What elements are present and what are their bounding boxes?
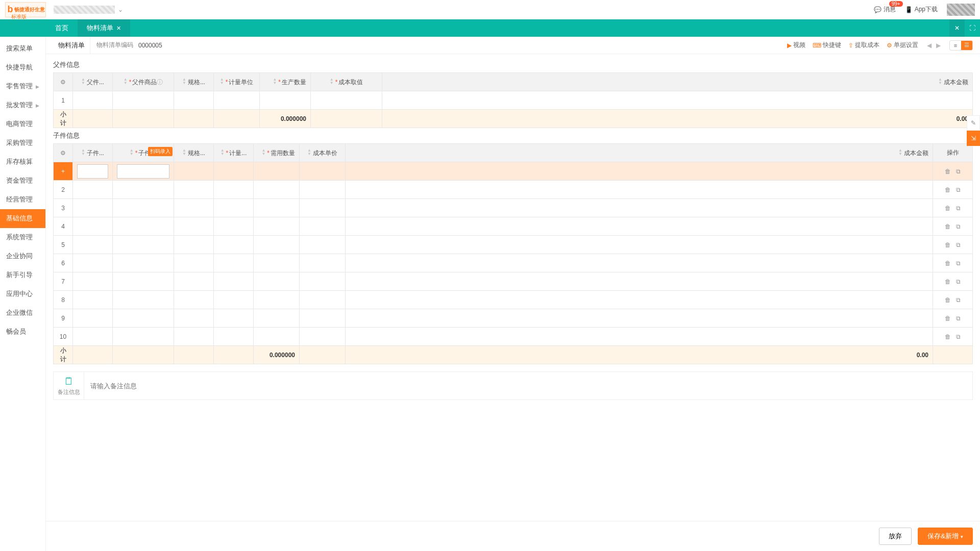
add-icon[interactable]: +	[59, 167, 68, 176]
extract-icon: ⇪	[848, 42, 853, 49]
col-child-amount[interactable]: ▲▼成本金额	[346, 144, 933, 162]
child-row[interactable]: 6🗑⧉	[54, 254, 973, 272]
avatar[interactable]	[947, 4, 975, 16]
child-row[interactable]: 3🗑⧉	[54, 199, 973, 217]
parent-row-1[interactable]: 1	[54, 91, 973, 110]
child-row[interactable]: 9🗑⧉	[54, 309, 973, 328]
top-bar: b 畅捷通好生意 标准版 💬 消息 99+ 📱 App下载	[0, 0, 980, 19]
download-label: App下载	[915, 5, 938, 14]
phone-icon: 📱	[905, 6, 913, 13]
parent-table: ⚙ ▲▼父件... ▲▼*父件商品ⓘ ▲▼规格... ▲▼*计量单位 ▲▼*生产…	[53, 72, 973, 128]
col-parent-spec[interactable]: ▲▼规格...	[174, 73, 214, 91]
hotkey-link[interactable]: ⌨快捷键	[813, 41, 841, 49]
col-parent-cost[interactable]: ▲▼*成本取值	[311, 73, 382, 91]
sidebar-item[interactable]: 采购管理	[0, 134, 45, 153]
next-record[interactable]: ▶	[935, 42, 942, 49]
col-parent-amount[interactable]: ▲▼成本金额	[382, 73, 973, 91]
col-parent-code[interactable]: ▲▼父件...	[73, 73, 113, 91]
sidebar-item[interactable]: 资金管理	[0, 171, 45, 190]
col-child-product[interactable]: ▲▼*子件商扫码录入	[113, 144, 174, 162]
main-tab-bar: 首页 物料清单✕ ✕ ⛶	[0, 19, 980, 37]
remark-label: 🗒 备注信息	[54, 372, 84, 399]
note-icon: 🗒	[64, 375, 74, 387]
copy-icon[interactable]: ⧉	[956, 241, 961, 248]
child-product-input[interactable]	[117, 164, 169, 179]
delete-icon[interactable]: 🗑	[945, 241, 951, 248]
app-download-link[interactable]: 📱 App下载	[905, 5, 938, 14]
sidebar-item[interactable]: 企业协同	[0, 247, 45, 266]
fullscreen-icon[interactable]: ⛶	[965, 19, 980, 37]
close-all-tabs[interactable]: ✕	[949, 19, 965, 37]
child-row[interactable]: 5🗑⧉	[54, 236, 973, 254]
delete-icon[interactable]: 🗑	[945, 315, 951, 322]
video-link[interactable]: ▶视频	[787, 41, 805, 49]
sidebar-item[interactable]: 零售管理▶	[0, 77, 45, 96]
child-row-add[interactable]: +🗑⧉	[54, 162, 973, 181]
chevron-down-icon: ▾	[961, 534, 963, 539]
col-child-spec[interactable]: ▲▼规格...	[174, 144, 214, 162]
copy-icon[interactable]: ⧉	[956, 260, 961, 267]
delete-icon[interactable]: 🗑	[945, 296, 951, 304]
child-row[interactable]: 10🗑⧉	[54, 328, 973, 346]
view-list[interactable]: ≡	[950, 41, 961, 50]
sidebar-item[interactable]: 畅会员	[0, 322, 45, 341]
close-icon[interactable]: ✕	[116, 25, 121, 32]
save-and-new-button[interactable]: 保存&新增▾	[918, 528, 973, 545]
sidebar-item[interactable]: 基础信息	[0, 209, 45, 228]
prev-record[interactable]: ◀	[925, 42, 933, 49]
col-parent-product[interactable]: ▲▼*父件商品ⓘ	[113, 73, 174, 91]
tab-home[interactable]: 首页	[46, 19, 78, 37]
delete-icon[interactable]: 🗑	[945, 333, 951, 340]
delete-icon[interactable]: 🗑	[945, 205, 951, 212]
sidebar-item[interactable]: 电商管理	[0, 115, 45, 134]
child-code-input[interactable]	[77, 164, 108, 179]
child-row[interactable]: 7🗑⧉	[54, 272, 973, 291]
copy-icon[interactable]: ⧉	[956, 315, 961, 322]
sidebar-item[interactable]: 搜索菜单	[0, 39, 45, 58]
remark-input[interactable]	[84, 372, 972, 399]
copy-icon[interactable]: ⧉	[956, 186, 961, 193]
sidebar-item[interactable]: 快捷导航	[0, 58, 45, 77]
sidebar-item[interactable]: 应用中心	[0, 285, 45, 304]
child-row[interactable]: 4🗑⧉	[54, 217, 973, 236]
doc-settings-link[interactable]: ⚙单据设置	[887, 41, 918, 49]
delete-icon[interactable]: 🗑	[945, 260, 951, 267]
delete-icon[interactable]: 🗑	[945, 186, 951, 193]
sidebar-item[interactable]: 企业微信	[0, 304, 45, 322]
col-parent-unit[interactable]: ▲▼*计量单位	[214, 73, 260, 91]
sidebar-item[interactable]: 经营管理	[0, 190, 45, 209]
col-child-code[interactable]: ▲▼子件...	[73, 144, 113, 162]
gear-icon[interactable]: ⚙	[54, 73, 73, 91]
copy-icon[interactable]: ⧉	[956, 168, 961, 175]
messages-link[interactable]: 💬 消息 99+	[874, 5, 896, 14]
sidebar-item[interactable]: 批发管理▶	[0, 96, 45, 115]
delete-icon[interactable]: 🗑	[945, 168, 951, 175]
copy-icon[interactable]: ⧉	[956, 223, 961, 230]
child-row[interactable]: 8🗑⧉	[54, 291, 973, 309]
delete-icon[interactable]: 🗑	[945, 278, 951, 285]
view-form[interactable]: ☰	[961, 41, 972, 50]
sidebar-item[interactable]: 新手引导	[0, 266, 45, 285]
discard-button[interactable]: 放弃	[879, 528, 912, 545]
tab-bom[interactable]: 物料清单✕	[78, 19, 130, 37]
scan-input-button[interactable]: 扫码录入	[148, 147, 173, 156]
page-tab-bom[interactable]: 物料清单	[53, 37, 90, 54]
gear-icon[interactable]: ⚙	[54, 144, 73, 162]
extract-cost-link[interactable]: ⇪提取成本	[848, 41, 879, 49]
col-child-qty[interactable]: ▲▼*需用数量	[254, 144, 300, 162]
copy-icon[interactable]: ⧉	[956, 296, 961, 304]
sidebar-item[interactable]: 库存核算	[0, 153, 45, 171]
col-parent-qty[interactable]: ▲▼*生产数量	[260, 73, 311, 91]
chat-icon: 💬	[874, 6, 881, 13]
copy-icon[interactable]: ⧉	[956, 333, 961, 340]
child-row[interactable]: 2🗑⧉	[54, 181, 973, 199]
company-selector[interactable]	[54, 6, 123, 14]
copy-icon[interactable]: ⧉	[956, 278, 961, 285]
collapse-icon[interactable]: ⇲	[967, 131, 980, 146]
col-child-unit[interactable]: ▲▼*计量...	[214, 144, 254, 162]
delete-icon[interactable]: 🗑	[945, 223, 951, 230]
copy-icon[interactable]: ⧉	[956, 205, 961, 212]
edit-icon[interactable]: ✎	[967, 115, 980, 131]
sidebar-item[interactable]: 系统管理	[0, 228, 45, 247]
col-child-price[interactable]: ▲▼成本单价	[300, 144, 346, 162]
